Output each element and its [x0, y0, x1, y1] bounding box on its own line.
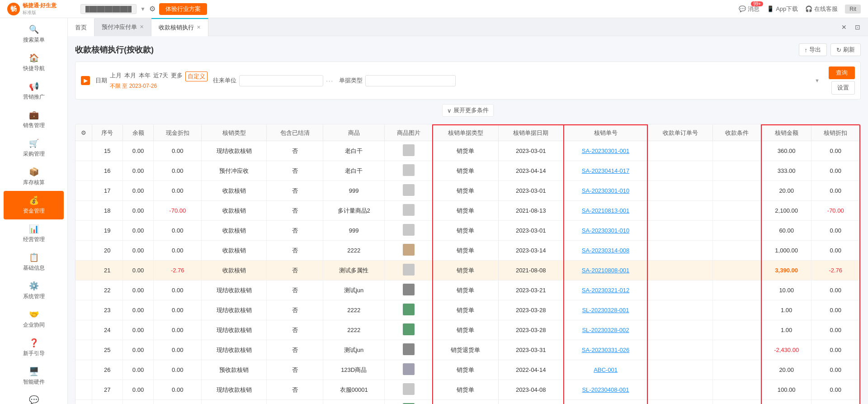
cell-seq: 18 — [92, 201, 123, 221]
sidebar-item-quicknav[interactable]: 🏠 快捷导航 — [0, 48, 67, 77]
cell-settings — [75, 201, 92, 221]
sidebar-item-system[interactable]: ⚙️ 系统管理 — [0, 276, 67, 305]
cell-reccond — [713, 380, 761, 400]
cell-reccond — [713, 320, 761, 340]
expand-more-button[interactable]: ∨ 展开更多条件 — [442, 104, 494, 117]
cell-billno[interactable]: SA-20230301-001 — [564, 141, 647, 161]
sidebar-item-guide[interactable]: ❓ 新手引导 — [0, 333, 67, 362]
company-selector[interactable]: ████████████ — [80, 4, 137, 14]
cell-settings — [75, 320, 92, 340]
tab-prepay[interactable]: 预付冲应付单 ✕ — [94, 18, 151, 36]
cell-billno[interactable]: SA-20230301-010 — [564, 181, 647, 201]
maximize-button[interactable]: ⊡ — [851, 20, 864, 34]
cell-seq: 20 — [92, 241, 123, 261]
settings-icon[interactable]: ⚙ — [149, 5, 156, 13]
cell-billno[interactable]: SA-20230321-012 — [564, 280, 647, 300]
filter-settings-button[interactable]: 设置 — [831, 81, 855, 95]
cell-balance: 0.00 — [123, 320, 153, 340]
cell-billno[interactable]: SL-20230418-001 — [564, 400, 647, 404]
topbar-middle: ████████████ ▼ ⚙ 体验行业方案 — [80, 3, 733, 15]
sidebar-item-basic[interactable]: 📋 基础信息 — [0, 248, 67, 276]
cell-img — [384, 221, 433, 241]
sidebar-item-wechat[interactable]: 💬 企业微信 — [0, 390, 67, 404]
cell-billno[interactable]: SL-20230328-002 — [564, 320, 647, 340]
filter-last-month[interactable]: 上月 — [110, 71, 122, 81]
table-row: 17 0.00 0.00 收款核销 否 999 销货单 2023-03-01 S… — [75, 181, 860, 201]
filter-billtype-select[interactable] — [365, 75, 456, 86]
cell-settled: 否 — [267, 300, 323, 320]
cell-balance: 0.00 — [123, 380, 153, 400]
cell-balance: 0.00 — [123, 400, 153, 404]
message-button[interactable]: 💬 消息 99+ — [739, 5, 760, 13]
cell-discount: 0.00 — [811, 141, 860, 161]
filter-toggle-button[interactable]: ▶ — [81, 76, 90, 85]
query-button[interactable]: 查询 — [829, 67, 855, 79]
cell-billno[interactable]: SL-20230328-001 — [564, 300, 647, 320]
sidebar-item-marketing[interactable]: 📢 营销推广 — [0, 77, 67, 105]
cell-billno[interactable]: SA-20230414-017 — [564, 161, 647, 181]
cell-writetype: 现结收款核销 — [202, 380, 267, 400]
cell-settled: 否 — [267, 400, 323, 404]
filter-this-year[interactable]: 本年 — [139, 71, 151, 81]
cell-billno[interactable]: SA-20230301-010 — [564, 221, 647, 241]
sidebar-item-sales[interactable]: 💼 销售管理 — [0, 105, 67, 134]
sidebar-item-inventory[interactable]: 📦 库存核算 — [0, 162, 67, 191]
app-download-button[interactable]: 📱 App下载 — [767, 5, 798, 13]
cell-billtype: 销货单 — [433, 241, 498, 261]
cell-balance: 0.00 — [123, 280, 153, 300]
cell-cashdisc: 0.00 — [154, 241, 202, 261]
th-discount: 核销折扣 — [811, 125, 860, 141]
cell-billdate: 2023-03-21 — [498, 280, 564, 300]
cell-settings — [75, 400, 92, 404]
sidebar-item-collab[interactable]: 🤝 企业协同 — [0, 305, 67, 333]
cell-balance: 0.00 — [123, 241, 153, 261]
cell-billno[interactable]: SA-20210808-001 — [564, 261, 647, 280]
cell-discount: -2.76 — [811, 261, 860, 280]
filter-this-month[interactable]: 本月 — [124, 71, 136, 81]
solution-button[interactable]: 体验行业方案 — [159, 3, 207, 15]
filter-more[interactable]: 更多 — [171, 71, 183, 81]
user-profile[interactable]: Rit — [845, 5, 861, 14]
sidebar-item-finance[interactable]: 💰 资金管理 — [4, 191, 64, 219]
cell-img — [384, 380, 433, 400]
sidebar-item-hardware[interactable]: 🖥️ 智能硬件 — [0, 362, 67, 390]
cell-amount: 2,100.00 — [761, 201, 811, 221]
sidebar-item-search[interactable]: 🔍 搜索菜单 — [0, 20, 67, 48]
column-settings-icon[interactable]: ⚙ — [81, 129, 86, 136]
cell-billno[interactable]: ABC-001 — [564, 360, 647, 380]
cell-billno[interactable]: SL-20230408-001 — [564, 380, 647, 400]
filter-7days[interactable]: 近7天 — [153, 71, 168, 81]
th-settings: ⚙ — [75, 125, 92, 141]
tabbar: 首页 预付冲应付单 ✕ 收款核销执行 ✕ ✕ ⊡ — [68, 18, 868, 36]
tab-receipt[interactable]: 收款核销执行 ✕ — [151, 18, 208, 36]
sidebar-item-operation[interactable]: 📊 经营管理 — [0, 219, 67, 248]
cell-billno[interactable]: SA-20210813-001 — [564, 201, 647, 221]
cell-billdate: 2023-03-28 — [498, 300, 564, 320]
tab-prepay-close[interactable]: ✕ — [140, 24, 144, 30]
cell-balance: 0.00 — [123, 300, 153, 320]
sales-icon: 💼 — [29, 110, 39, 120]
tab-home[interactable]: 首页 — [68, 18, 94, 36]
table-row: 20 0.00 0.00 收款核销 否 2222 销货单 2023-03-14 … — [75, 241, 860, 261]
data-table-wrapper: ⚙ 序号 余额 现金折扣 核销类型 包含已结清 商品 商品图片 核销单据类型 核… — [75, 124, 861, 404]
th-seq: 序号 — [92, 125, 123, 141]
cell-settled: 否 — [267, 380, 323, 400]
table-row: 26 0.00 0.00 预收款核销 否 123D商品 销货单 2022-04-… — [75, 360, 860, 380]
page-actions: ↑ 导出 ↻ 刷新 — [799, 43, 861, 56]
cell-recno — [647, 181, 713, 201]
tab-receipt-close[interactable]: ✕ — [197, 24, 201, 30]
cell-billno[interactable]: SA-20230314-008 — [564, 241, 647, 261]
filter-partner-input[interactable] — [239, 75, 323, 86]
cell-billno[interactable]: SA-20230331-026 — [564, 340, 647, 360]
cell-goods: 123D商品 — [323, 360, 385, 380]
online-service-button[interactable]: 🎧 在线客服 — [805, 5, 838, 13]
refresh-button[interactable]: ↻ 刷新 — [830, 43, 861, 56]
cell-settings — [75, 141, 92, 161]
filter-custom[interactable]: 自定义 — [185, 71, 208, 81]
cell-writetype: 预付冲应收 — [202, 161, 267, 181]
export-button[interactable]: ↑ 导出 — [799, 43, 827, 56]
close-window-button[interactable]: ✕ — [837, 20, 851, 34]
cell-writetype: 收款核销 — [202, 201, 267, 221]
sidebar-item-purchase[interactable]: 🛒 采购管理 — [0, 134, 67, 162]
cell-billdate: 2023-03-01 — [498, 141, 564, 161]
